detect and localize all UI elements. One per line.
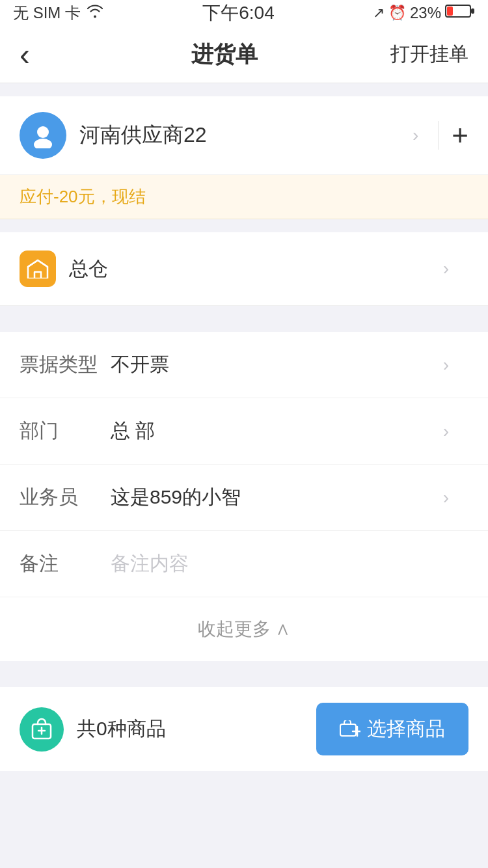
department-row[interactable]: 部门 总 部 › (0, 398, 488, 465)
invoice-type-chevron-icon: › (443, 355, 449, 375)
nav-bar: ‹ 进货单 打开挂单 (0, 26, 488, 83)
notice-text: 应付-20元，现结 (20, 187, 146, 206)
svg-rect-6 (340, 724, 356, 736)
invoice-type-label: 票据类型 (20, 351, 98, 378)
salesperson-row[interactable]: 业务员 这是859的小智 › (0, 465, 488, 531)
remark-input[interactable]: 备注内容 (111, 550, 468, 577)
salesperson-label: 业务员 (20, 484, 98, 511)
invoice-type-value: 不开票 (111, 351, 443, 378)
department-chevron-icon: › (443, 421, 449, 442)
status-bar: 无 SIM 卡 下午6:04 ↗ ⏰ 23% (0, 0, 488, 26)
warehouse-chevron-icon: › (443, 258, 449, 279)
remark-row[interactable]: 备注 备注内容 (0, 531, 488, 597)
department-label: 部门 (20, 418, 98, 444)
section-gap-1 (0, 83, 488, 96)
svg-point-4 (34, 139, 52, 148)
alarm-icon: ⏰ (388, 5, 406, 21)
section-gap-4 (0, 661, 488, 674)
salesperson-value: 这是859的小智 (111, 484, 443, 511)
department-value: 总 部 (111, 418, 443, 444)
warehouse-name: 总仓 (69, 256, 443, 282)
notice-banner: 应付-20元，现结 (0, 175, 488, 219)
invoice-type-row[interactable]: 票据类型 不开票 › (0, 332, 488, 398)
fields-section: 票据类型 不开票 › 部门 总 部 › 业务员 这是859的小智 › 备注 备注… (0, 319, 488, 661)
back-button[interactable]: ‹ (20, 36, 59, 72)
warehouse-row[interactable]: 总仓 › (0, 232, 488, 306)
location-icon: ↗ (373, 5, 385, 21)
section-gap-2 (0, 219, 488, 232)
supplier-chevron-icon: › (413, 125, 418, 146)
wifi-icon (86, 4, 104, 22)
avatar (20, 112, 66, 159)
salesperson-chevron-icon: › (443, 487, 449, 508)
product-count-label: 共0种商品 (77, 716, 316, 742)
status-left: 无 SIM 卡 (13, 3, 104, 23)
select-product-label: 选择商品 (367, 716, 445, 742)
svg-point-3 (37, 126, 49, 138)
page-title: 进货单 (191, 40, 258, 70)
open-pending-button[interactable]: 打开挂单 (390, 41, 468, 68)
section-gap-3 (0, 319, 488, 332)
svg-rect-2 (471, 8, 474, 14)
battery-percent: 23% (410, 4, 441, 22)
supplier-row[interactable]: 河南供应商22 › + (0, 96, 488, 175)
select-product-button[interactable]: 选择商品 (316, 703, 468, 755)
supplier-name: 河南供应商22 (79, 121, 413, 150)
bottom-spacer (0, 771, 488, 868)
warehouse-icon-wrap (20, 251, 56, 287)
collapse-button[interactable]: 收起更多 ∧ (0, 597, 488, 661)
svg-rect-1 (447, 7, 453, 16)
product-section: 共0种商品 选择商品 (0, 687, 488, 771)
status-time: 下午6:04 (202, 1, 275, 25)
battery-icon (445, 4, 475, 22)
supplier-section: 河南供应商22 › + 应付-20元，现结 (0, 96, 488, 219)
product-icon-wrap (20, 707, 64, 752)
remark-label: 备注 (20, 550, 98, 577)
add-supplier-button[interactable]: + (438, 121, 468, 150)
collapse-label: 收起更多 ∧ (198, 619, 291, 639)
carrier-label: 无 SIM 卡 (13, 3, 81, 23)
status-right: ↗ ⏰ 23% (373, 4, 475, 22)
